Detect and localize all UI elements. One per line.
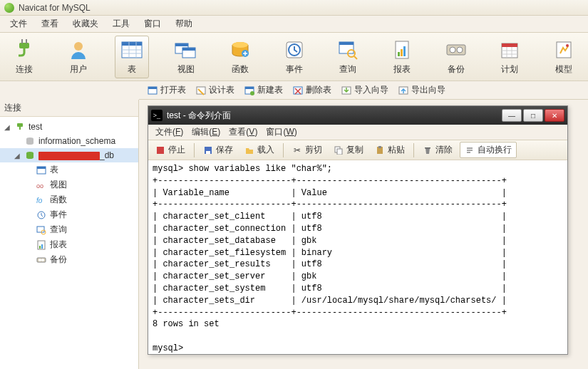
tree-functions[interactable]: fo函数 — [0, 192, 138, 207]
sub-design-table[interactable]: 设计表 — [192, 83, 239, 98]
sub-design-label: 设计表 — [209, 84, 234, 96]
svg-rect-55 — [37, 227, 44, 232]
calendar-icon — [497, 38, 522, 62]
console-stop[interactable]: 停止 — [151, 142, 190, 157]
query-icon — [36, 224, 47, 236]
console-output[interactable]: mysql> show variables like "char%"; +---… — [148, 160, 567, 354]
svg-rect-47 — [17, 123, 23, 127]
toolbar-query-label: 查询 — [339, 63, 356, 76]
toolbar-user[interactable]: 用户 — [61, 36, 96, 78]
sub-toolbar: 打开表 设计表 新建表 删除表 导入向导 导出向导 — [139, 81, 588, 100]
toolbar-query[interactable]: 查询 — [331, 36, 365, 78]
toolbar-model[interactable]: 模型 — [547, 36, 581, 78]
sub-delete-table[interactable]: 删除表 — [289, 83, 336, 98]
toolbar-backup[interactable]: 备份 — [439, 36, 473, 78]
event-icon — [36, 209, 47, 221]
redacted-dbname — [38, 152, 100, 160]
save-icon — [203, 145, 213, 155]
menu-tools[interactable]: 工具 — [105, 16, 137, 31]
console-menu-view[interactable]: 查看(V) — [225, 125, 262, 140]
toolbar-connect[interactable]: 连接 — [7, 36, 41, 78]
sub-new-table[interactable]: 新建表 — [240, 83, 287, 98]
tree-db2-label: _db — [38, 150, 114, 160]
console-wrap-toggle[interactable]: 自动换行 — [460, 142, 517, 158]
menu-file[interactable]: 文件 — [3, 16, 34, 31]
toolbar-view-label: 视图 — [177, 63, 195, 76]
tree-views[interactable]: oo视图 — [0, 177, 138, 192]
svg-rect-63 — [157, 147, 164, 154]
tree-connection-test[interactable]: ◢ test — [0, 120, 138, 134]
toolbar-view[interactable]: 视图 — [169, 36, 203, 78]
close-button[interactable]: ✕ — [545, 109, 564, 122]
sub-export[interactable]: 导出向导 — [394, 83, 450, 98]
svg-rect-11 — [175, 43, 188, 46]
view-icon — [174, 38, 198, 62]
console-menu-file[interactable]: 文件(F) — [151, 125, 187, 140]
toolbar-function-label: 函数 — [232, 63, 249, 76]
toolbar-report[interactable]: 报表 — [385, 36, 419, 78]
tree-backups[interactable]: 备份 — [0, 252, 138, 267]
tree-events[interactable]: 事件 — [0, 207, 138, 222]
toolbar-report-label: 报表 — [393, 63, 411, 76]
wrap-icon — [465, 145, 475, 155]
svg-rect-59 — [41, 244, 43, 249]
svg-point-29 — [457, 47, 463, 53]
function-icon — [228, 38, 252, 62]
console-save[interactable]: 保存 — [199, 142, 237, 157]
console-menu-window[interactable]: 窗口(W) — [262, 125, 301, 140]
console-title: test - 命令列介面 — [167, 110, 502, 122]
app-title: Navicat for MySQL — [19, 3, 91, 13]
menu-help[interactable]: 帮助 — [168, 16, 200, 31]
console-window: >_ test - 命令列介面 — □ ✕ 文件(F) 编辑(E) 查看(V) … — [148, 105, 568, 355]
stop-icon — [155, 145, 165, 155]
tree-db-current[interactable]: ◢ _db — [0, 148, 138, 162]
terminal-icon: >_ — [151, 110, 163, 121]
minimize-button[interactable]: — — [502, 109, 522, 122]
separator — [194, 143, 195, 157]
svg-rect-25 — [401, 49, 403, 56]
expand-icon[interactable]: ◢ — [13, 152, 21, 160]
tree-db-information-schema[interactable]: information_schema — [0, 134, 138, 148]
tree-tables[interactable]: 表 — [0, 162, 138, 177]
maximize-button[interactable]: □ — [523, 109, 543, 122]
svg-text:oo: oo — [36, 182, 43, 189]
toolbar-schedule[interactable]: 计划 — [493, 36, 527, 78]
toolbar-user-label: 用户 — [70, 63, 87, 76]
table-icon — [120, 38, 144, 62]
console-cut[interactable]: ✂剪切 — [288, 142, 326, 157]
console-menu-edit[interactable]: 编辑(E) — [187, 125, 225, 140]
svg-rect-65 — [206, 151, 210, 154]
toolbar-function[interactable]: 函数 — [223, 36, 257, 78]
svg-text:fo: fo — [36, 197, 43, 204]
sub-import[interactable]: 导入向导 — [337, 83, 393, 98]
svg-rect-42 — [245, 87, 254, 89]
menu-favorites[interactable]: 收藏夹 — [66, 16, 105, 31]
menu-view[interactable]: 查看 — [34, 16, 66, 31]
svg-rect-24 — [398, 52, 400, 56]
svg-rect-2 — [26, 39, 27, 43]
console-paste[interactable]: 粘贴 — [371, 142, 409, 157]
console-load[interactable]: 载入 — [240, 142, 279, 157]
console-copy[interactable]: 复制 — [329, 142, 368, 157]
toolbar-event[interactable]: 事件 — [277, 36, 311, 78]
sub-import-label: 导入向导 — [354, 84, 388, 96]
svg-point-61 — [38, 259, 41, 261]
console-titlebar[interactable]: >_ test - 命令列介面 — □ ✕ — [148, 106, 567, 125]
toolbar-backup-label: 备份 — [448, 63, 465, 76]
console-clear[interactable]: 清除 — [418, 142, 457, 157]
tree-queries[interactable]: 查询 — [0, 222, 138, 237]
report-icon — [36, 239, 47, 251]
menu-window[interactable]: 窗口 — [137, 16, 168, 31]
tree-reports[interactable]: 报表 — [0, 237, 138, 252]
main-toolbar: 连接 用户 表 视图 函数 事件 查询 — [0, 33, 588, 81]
expand-icon[interactable]: ◢ — [3, 123, 11, 131]
paste-icon — [375, 145, 385, 155]
svg-rect-20 — [339, 42, 354, 45]
toolbar-table[interactable]: 表 — [115, 36, 149, 78]
plug-icon — [14, 121, 26, 132]
app-titlebar: Navicat for MySQL — [0, 0, 588, 16]
sub-open-table[interactable]: 打开表 — [143, 83, 190, 98]
copy-icon — [334, 145, 344, 155]
svg-rect-0 — [19, 43, 29, 48]
trash-icon — [423, 145, 433, 155]
